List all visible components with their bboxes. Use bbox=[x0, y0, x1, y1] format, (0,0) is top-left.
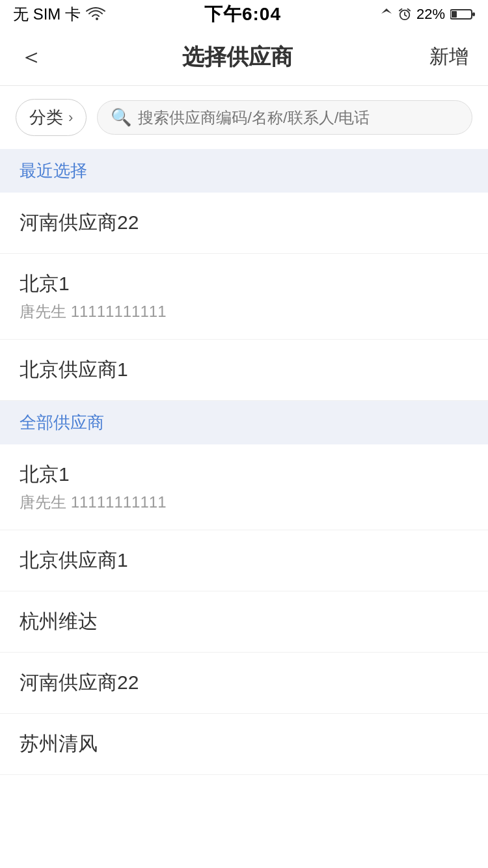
section-header-recent: 最近选择 bbox=[0, 149, 488, 193]
item-name: 苏州清风 bbox=[20, 731, 468, 757]
section-header-all: 全部供应商 bbox=[0, 401, 488, 444]
item-name: 河南供应商22 bbox=[20, 210, 468, 236]
status-time: 下午6:04 bbox=[204, 2, 281, 27]
svg-rect-3 bbox=[472, 12, 475, 16]
list-item[interactable]: 苏州清风 bbox=[0, 714, 488, 775]
sections-container: 最近选择河南供应商22北京1唐先生 11111111111北京供应商1全部供应商… bbox=[0, 149, 488, 775]
add-button[interactable]: 新增 bbox=[416, 44, 468, 70]
item-name: 北京1 bbox=[20, 461, 468, 488]
alarm-icon bbox=[398, 7, 411, 21]
list-item[interactable]: 北京1唐先生 11111111111 bbox=[0, 444, 488, 530]
status-left: 无 SIM 卡 bbox=[13, 4, 105, 25]
page-title: 选择供应商 bbox=[59, 42, 416, 72]
list-item[interactable]: 杭州维达 bbox=[0, 591, 488, 653]
item-name: 北京供应商1 bbox=[20, 547, 468, 574]
nav-bar: ＜ 选择供应商 新增 bbox=[0, 29, 488, 86]
list-item[interactable]: 河南供应商22 bbox=[0, 653, 488, 714]
item-name: 河南供应商22 bbox=[20, 670, 468, 696]
battery-icon bbox=[450, 8, 475, 20]
item-name: 北京供应商1 bbox=[20, 357, 468, 383]
item-name: 北京1 bbox=[20, 271, 468, 297]
status-right: 22% bbox=[380, 6, 475, 23]
item-subtitle: 唐先生 11111111111 bbox=[20, 301, 468, 322]
list-item[interactable]: 北京供应商1 bbox=[0, 340, 488, 401]
item-subtitle: 唐先生 11111111111 bbox=[20, 492, 468, 513]
wifi-icon bbox=[86, 7, 105, 21]
svg-rect-2 bbox=[452, 11, 457, 18]
search-icon: 🔍 bbox=[111, 107, 131, 128]
category-label: 分类 bbox=[29, 106, 63, 129]
list-item[interactable]: 河南供应商22 bbox=[0, 193, 488, 254]
filter-bar: 分类 › 🔍 bbox=[0, 86, 488, 149]
category-button[interactable]: 分类 › bbox=[16, 99, 87, 136]
list-item[interactable]: 北京1唐先生 11111111111 bbox=[0, 254, 488, 340]
search-input[interactable] bbox=[138, 109, 459, 127]
location-icon bbox=[380, 7, 393, 21]
item-name: 杭州维达 bbox=[20, 608, 468, 635]
search-box[interactable]: 🔍 bbox=[97, 100, 472, 135]
list-item[interactable]: 北京供应商1 bbox=[0, 530, 488, 591]
battery-percent: 22% bbox=[416, 6, 445, 23]
status-bar: 无 SIM 卡 下午6:04 22% bbox=[0, 0, 488, 29]
sim-status: 无 SIM 卡 bbox=[13, 4, 81, 25]
chevron-right-icon: › bbox=[68, 109, 73, 126]
back-button[interactable]: ＜ bbox=[20, 41, 59, 73]
